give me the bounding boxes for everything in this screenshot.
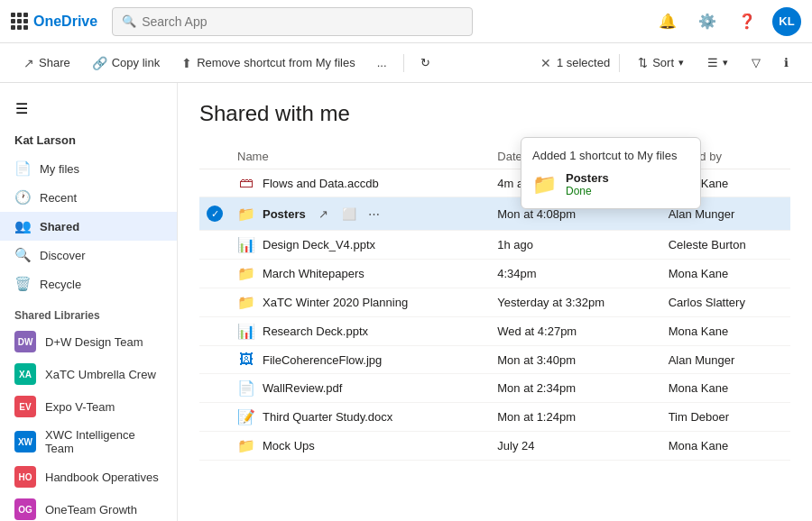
row-name-cell-6[interactable]: 📊 Research Deck.pptx xyxy=(230,317,490,346)
row-name-cell-3[interactable]: 📊 Design Deck_V4.pptx xyxy=(230,231,490,260)
table-row[interactable]: 📁 Mock Ups July 24 Mona Kane xyxy=(199,432,790,461)
hamburger-menu-button[interactable]: ☰ xyxy=(7,94,36,123)
row-check-2[interactable]: ✓ xyxy=(199,197,230,231)
row-check-6[interactable] xyxy=(199,317,230,346)
lib-avatar-dw: DW xyxy=(14,331,36,352)
toolbar: ↗ Share 🔗 Copy link ⬆ Remove shortcut fr… xyxy=(0,43,812,83)
row-name-cell-2[interactable]: 📁 Posters ↗ ⬜ ⋯ xyxy=(230,197,490,231)
sidebar-item-recycle[interactable]: 🗑️ Recycle xyxy=(0,270,177,298)
row-sharedby-cell-6: Mona Kane xyxy=(661,317,790,346)
table-row[interactable]: 📄 WallReview.pdf Mon at 2:34pm Mona Kane xyxy=(199,374,790,403)
search-bar[interactable]: 🔍 xyxy=(112,7,473,36)
table-row[interactable]: 📊 Design Deck_V4.pptx 1h ago Celeste Bur… xyxy=(199,231,790,260)
recycle-icon: 🗑️ xyxy=(14,276,31,292)
row-sharedby-cell-7: Alan Munger xyxy=(661,346,790,374)
row-name-cell-8[interactable]: 📄 WallReview.pdf xyxy=(230,374,490,403)
apps-grid-icon[interactable] xyxy=(11,13,28,30)
row-date-cell-10: July 24 xyxy=(490,432,660,461)
sidebar-item-discover[interactable]: 🔍 Discover xyxy=(0,241,177,270)
row-check-4[interactable] xyxy=(199,260,230,288)
file-type-icon: 📝 xyxy=(237,408,255,425)
row-name-cell-7[interactable]: 🖼 FileCoherenceFlow.jpg xyxy=(230,346,490,374)
settings-icon[interactable]: ⚙️ xyxy=(693,7,722,36)
app-logo[interactable]: OneDrive xyxy=(11,13,97,30)
info-button[interactable]: ℹ xyxy=(775,52,798,73)
row-sharedby-cell-4: Mona Kane xyxy=(661,260,790,288)
shortcut-icon: ⬆ xyxy=(181,56,192,70)
toolbar-separator xyxy=(403,54,404,72)
row-name-cell-5[interactable]: 📁 XaTC Winter 2020 Planning xyxy=(230,288,490,317)
file-type-icon: 📁 xyxy=(237,294,255,311)
row-check-9[interactable] xyxy=(199,403,230,432)
recent-icon: 🕐 xyxy=(14,189,31,206)
table-row[interactable]: 🖼 FileCoherenceFlow.jpg Mon at 3:40pm Al… xyxy=(199,346,790,374)
share-button[interactable]: ↗ Share xyxy=(14,52,79,74)
sidebar-lib-expo[interactable]: EV Expo V-Team xyxy=(0,390,177,423)
row-name-cell-9[interactable]: 📝 Third Quarter Study.docx xyxy=(230,403,490,432)
row-check-1[interactable] xyxy=(199,169,230,197)
row-more-icon[interactable]: ⋯ xyxy=(364,203,385,224)
table-row[interactable]: 🗃 Flows and Data.accdb 4m ago Mona Kane xyxy=(199,169,790,197)
copy-link-button[interactable]: 🔗 Copy link xyxy=(83,52,169,74)
lib-label-xwc: XWC Intelligence Team xyxy=(45,428,162,455)
table-row[interactable]: 📁 XaTC Winter 2020 Planning Yesterday at… xyxy=(199,288,790,317)
sidebar-lib-dw[interactable]: DW D+W Design Team xyxy=(0,325,177,358)
row-name-cell-1[interactable]: 🗃 Flows and Data.accdb xyxy=(230,169,490,197)
file-type-icon: 📁 xyxy=(237,437,255,454)
popup-item-name: Posters xyxy=(566,171,609,185)
row-name-cell-4[interactable]: 📁 March Whitepapers xyxy=(230,260,490,288)
file-name-label: Design Deck_V4.pptx xyxy=(263,238,375,251)
my-files-icon: 📄 xyxy=(14,160,31,177)
file-name-label: XaTC Winter 2020 Planning xyxy=(263,296,408,309)
table-row[interactable]: 📊 Research Deck.pptx Wed at 4:27pm Mona … xyxy=(199,317,790,346)
hamburger-icon: ☰ xyxy=(15,100,28,117)
row-check-8[interactable] xyxy=(199,374,230,403)
view-toggle-button[interactable]: ☰ ▾ xyxy=(698,52,737,73)
sidebar-lib-oneteam[interactable]: OG OneTeam Growth xyxy=(0,493,177,521)
filter-button[interactable]: ▽ xyxy=(743,52,770,73)
sidebar-item-label: Shared xyxy=(40,220,79,233)
copy-link-icon: 🔗 xyxy=(92,56,107,70)
sidebar-lib-xatc[interactable]: XA XaTC Umbrella Crew xyxy=(0,358,177,390)
help-icon[interactable]: ❓ xyxy=(733,7,761,36)
popup-title: Added 1 shortcut to My files xyxy=(532,149,689,162)
table-row[interactable]: 📝 Third Quarter Study.docx Mon at 1:24pm… xyxy=(199,403,790,432)
page-title: Shared with me xyxy=(199,101,790,126)
notifications-icon[interactable]: 🔔 xyxy=(653,7,682,36)
row-check-7[interactable] xyxy=(199,346,230,374)
row-check-10[interactable] xyxy=(199,432,230,461)
sidebar-item-recent[interactable]: 🕐 Recent xyxy=(0,183,177,212)
row-sharedby-cell-9: Tim Deboer xyxy=(661,403,790,432)
row-date-cell-8: Mon at 2:34pm xyxy=(490,374,660,403)
row-date-cell-5: Yesterday at 3:32pm xyxy=(490,288,660,317)
sidebar-item-shared[interactable]: 👥 Shared xyxy=(0,212,177,241)
toolbar-right-actions: ✕ 1 selected ⇅ Sort ▾ ☰ ▾ ▽ ℹ xyxy=(540,52,798,73)
avatar[interactable]: KL xyxy=(772,7,801,36)
shared-libraries-title: Shared Libraries xyxy=(0,298,177,325)
sidebar-lib-handbook[interactable]: HO Handbook Operatives xyxy=(0,461,177,493)
sort-button[interactable]: ⇅ Sort ▾ xyxy=(629,52,693,73)
file-type-icon: 🗃 xyxy=(237,175,255,191)
more-toolbar-button[interactable]: ... xyxy=(368,52,396,73)
sidebar-item-my-files[interactable]: 📄 My files xyxy=(0,154,177,183)
row-name-cell-10[interactable]: 📁 Mock Ups xyxy=(230,432,490,461)
table-row[interactable]: ✓ 📁 Posters ↗ ⬜ ⋯ Mon at 4:08pm Alan Mun… xyxy=(199,197,790,231)
file-type-icon: 📊 xyxy=(237,323,255,340)
refresh-button[interactable]: ↻ xyxy=(411,52,439,73)
row-share-icon[interactable]: ↗ xyxy=(313,203,335,224)
col-name-header[interactable]: Name xyxy=(230,144,490,169)
popup-folder-icon: 📁 xyxy=(532,173,557,197)
row-check-3[interactable] xyxy=(199,231,230,260)
row-sharedby-cell-3: Celeste Burton xyxy=(661,231,790,260)
sidebar-lib-xwc[interactable]: XW XWC Intelligence Team xyxy=(0,423,177,461)
search-input[interactable] xyxy=(142,14,463,29)
row-copy-icon[interactable]: ⬜ xyxy=(338,203,360,224)
row-check-5[interactable] xyxy=(199,288,230,317)
file-name-label: FileCoherenceFlow.jpg xyxy=(263,353,382,367)
remove-shortcut-button[interactable]: ⬆ Remove shortcut from My files xyxy=(172,52,364,74)
deselect-button[interactable]: ✕ xyxy=(540,56,551,70)
row-date-cell-7: Mon at 3:40pm xyxy=(490,346,660,374)
table-row[interactable]: 📁 March Whitepapers 4:34pm Mona Kane xyxy=(199,260,790,288)
file-name-label: March Whitepapers xyxy=(263,267,364,280)
toolbar-separator-2 xyxy=(619,54,620,72)
